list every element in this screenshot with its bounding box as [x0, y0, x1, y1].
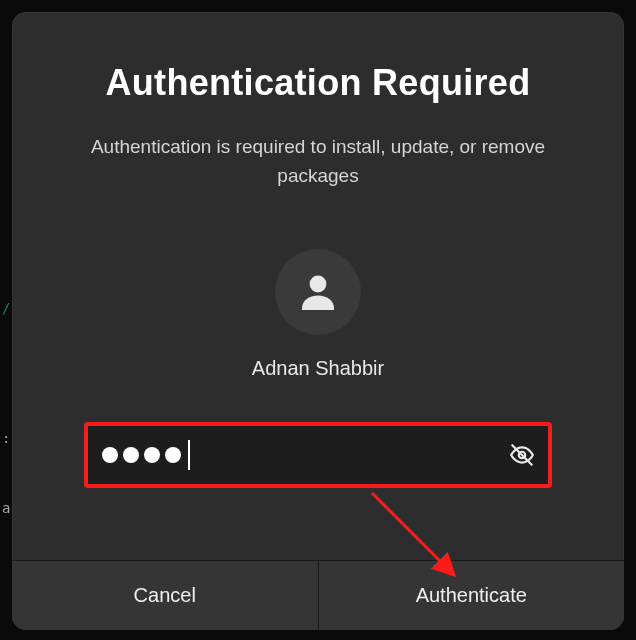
password-row [84, 422, 552, 488]
password-dot [144, 447, 160, 463]
eye-off-icon [509, 442, 535, 468]
svg-point-0 [310, 275, 327, 292]
password-dot [102, 447, 118, 463]
password-input[interactable] [98, 426, 504, 484]
dialog-button-row: Cancel Authenticate [12, 560, 624, 630]
toggle-password-visibility[interactable] [504, 437, 540, 473]
dialog-subtitle: Authentication is required to install, u… [78, 132, 558, 191]
dialog-title: Authentication Required [106, 62, 531, 104]
password-dot [165, 447, 181, 463]
username-label: Adnan Shabbir [252, 357, 384, 380]
text-cursor [188, 440, 190, 470]
auth-dialog: Authentication Required Authentication i… [12, 12, 624, 630]
person-icon [294, 268, 342, 316]
authenticate-button[interactable]: Authenticate [319, 561, 625, 630]
cancel-button[interactable]: Cancel [12, 561, 319, 630]
user-avatar [275, 249, 361, 335]
dialog-body: Authentication Required Authentication i… [12, 12, 624, 560]
password-dot [123, 447, 139, 463]
